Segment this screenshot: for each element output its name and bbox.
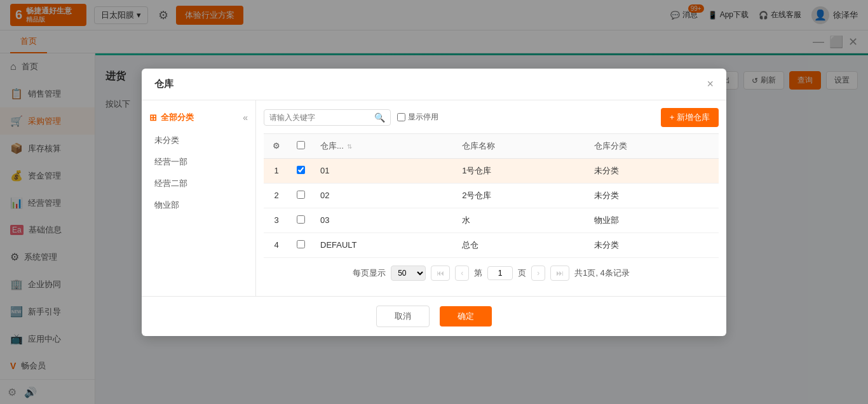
- show-disabled-checkbox[interactable]: [397, 113, 405, 121]
- search-wrap: 🔍: [264, 109, 391, 126]
- row-category: 物业部: [587, 208, 719, 232]
- row-checkbox[interactable]: [289, 232, 313, 257]
- modal-header: 仓库 ×: [142, 69, 726, 100]
- search-input[interactable]: [269, 113, 370, 122]
- cancel-button[interactable]: 取消: [376, 306, 430, 327]
- page-unit: 页: [518, 267, 526, 279]
- row-code: 01: [313, 158, 454, 183]
- next-page-button[interactable]: ›: [531, 266, 545, 281]
- modal-close-button[interactable]: ×: [707, 77, 714, 91]
- table-toolbar: 🔍 显示停用 + 新增仓库: [264, 108, 719, 127]
- page-label: 第: [474, 267, 482, 279]
- row-name: 水: [454, 208, 587, 232]
- row-checkbox[interactable]: [289, 208, 313, 232]
- row-category: 未分类: [587, 232, 719, 257]
- col-name: 仓库名称: [454, 133, 587, 158]
- total-info: 共1页, 4条记录: [574, 267, 630, 279]
- col-category: 仓库分类: [587, 133, 719, 158]
- category-item-ops2[interactable]: 经营二部: [142, 173, 255, 194]
- modal-body: ⊞ 全部分类 « 未分类 经营一部 经营二部 物业部: [142, 100, 726, 296]
- sort-icon-code: ⇅: [347, 143, 352, 150]
- col-code: 仓库... ⇅: [313, 133, 454, 158]
- category-item-property[interactable]: 物业部: [142, 194, 255, 216]
- pagination: 每页显示 501020100 ⏮ ‹ 第 页 › ⏭ 共1页, 4条记录: [264, 258, 719, 288]
- modal-footer: 取消 确定: [142, 296, 726, 336]
- all-category-label: 全部分类: [161, 112, 194, 123]
- category-item-ops1[interactable]: 经营一部: [142, 151, 255, 173]
- table-panel: 🔍 显示停用 + 新增仓库 ⚙: [256, 100, 726, 296]
- page-size-label: 每页显示: [353, 267, 386, 279]
- row-num: 4: [264, 232, 289, 257]
- warehouse-table: ⚙ 仓库... ⇅ 仓库名称: [264, 133, 719, 258]
- row-category: 未分类: [587, 183, 719, 208]
- modal-overlay: 仓库 × ⊞ 全部分类 « 未分类 经营一部: [0, 0, 868, 404]
- row-code: 03: [313, 208, 454, 232]
- all-category[interactable]: ⊞ 全部分类: [149, 112, 194, 123]
- select-all-checkbox[interactable]: [297, 141, 305, 149]
- show-disabled-label[interactable]: 显示停用: [397, 112, 438, 123]
- last-page-button[interactable]: ⏭: [550, 266, 569, 281]
- warehouse-modal: 仓库 × ⊞ 全部分类 « 未分类 经营一部: [142, 69, 726, 336]
- row-name: 1号仓库: [454, 158, 587, 183]
- row-num: 1: [264, 158, 289, 183]
- modal-title: 仓库: [154, 78, 173, 90]
- row-name: 2号仓库: [454, 183, 587, 208]
- col-settings: ⚙: [264, 133, 289, 158]
- category-item-uncategorized[interactable]: 未分类: [142, 130, 255, 151]
- grid-icon: ⊞: [149, 112, 157, 123]
- add-warehouse-button[interactable]: + 新增仓库: [661, 108, 719, 127]
- prev-page-button[interactable]: ‹: [455, 266, 469, 281]
- table-row[interactable]: 4 DEFAULT 总仓 未分类: [264, 232, 719, 257]
- collapse-button[interactable]: «: [243, 112, 248, 123]
- row-num: 2: [264, 183, 289, 208]
- row-checkbox[interactable]: [289, 158, 313, 183]
- category-panel: ⊞ 全部分类 « 未分类 经营一部 经营二部 物业部: [142, 100, 256, 296]
- search-icon: 🔍: [374, 112, 385, 123]
- row-code: DEFAULT: [313, 232, 454, 257]
- confirm-button[interactable]: 确定: [440, 306, 492, 327]
- table-row[interactable]: 3 03 水 物业部: [264, 208, 719, 232]
- row-category: 未分类: [587, 158, 719, 183]
- row-name: 总仓: [454, 232, 587, 257]
- first-page-button[interactable]: ⏮: [431, 266, 450, 281]
- col-checkbox: [289, 133, 313, 158]
- page-size-select[interactable]: 501020100: [391, 266, 426, 281]
- page-input[interactable]: [487, 266, 513, 280]
- table-row[interactable]: 2 02 2号仓库 未分类: [264, 183, 719, 208]
- row-code: 02: [313, 183, 454, 208]
- row-checkbox[interactable]: [289, 183, 313, 208]
- row-num: 3: [264, 208, 289, 232]
- table-row[interactable]: 1 01 1号仓库 未分类: [264, 158, 719, 183]
- category-header: ⊞ 全部分类 «: [142, 108, 255, 127]
